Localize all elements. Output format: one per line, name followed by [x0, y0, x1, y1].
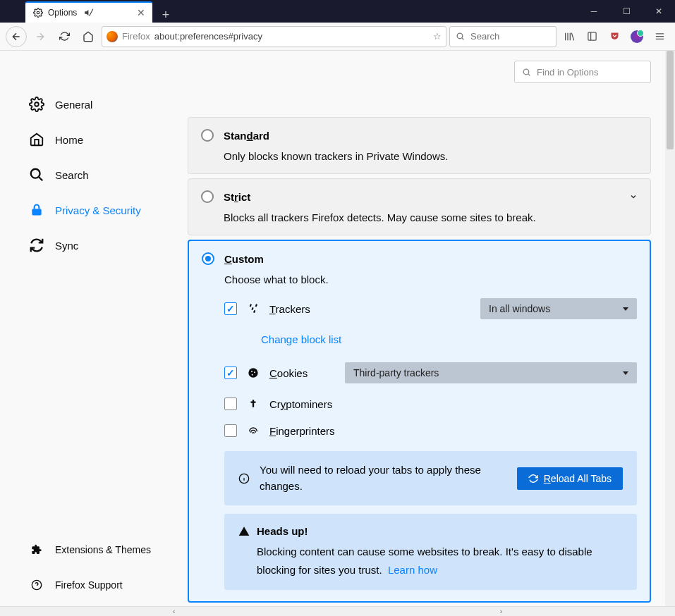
scrollbar-thumb[interactable] [667, 51, 674, 149]
mute-icon[interactable] [84, 8, 94, 18]
cookies-label: Cookies [269, 367, 308, 379]
panel-title: Standard [224, 130, 269, 142]
tracking-panel-custom: Custom Choose what to block. Trackers In… [188, 240, 651, 603]
back-button[interactable] [6, 26, 27, 47]
sidebar-item-privacy[interactable]: Privacy & Security [28, 197, 181, 223]
svg-point-9 [248, 368, 257, 377]
svg-point-0 [37, 11, 39, 14]
checkbox-trackers[interactable] [224, 302, 237, 315]
fingerprinters-icon [247, 425, 260, 436]
svg-rect-6 [32, 209, 41, 215]
url-text: about:preferences#privacy [154, 31, 429, 42]
firefox-logo-icon [107, 31, 118, 42]
puzzle-icon [28, 541, 45, 558]
sync-icon [28, 237, 45, 254]
warning-icon [238, 526, 250, 537]
profile-icon[interactable] [627, 26, 647, 47]
trackers-label: Trackers [269, 303, 310, 315]
checkbox-cookies[interactable] [224, 366, 237, 379]
sidebar-item-sync[interactable]: Sync [28, 233, 181, 258]
tab-options[interactable]: Options ✕ [25, 1, 152, 23]
sidebar-item-support[interactable]: Firefox Support [28, 572, 181, 598]
svg-line-1 [90, 9, 93, 16]
tracking-panel-strict[interactable]: Strict Blocks all trackers Firefox detec… [188, 178, 651, 235]
radio-custom[interactable] [202, 252, 214, 265]
url-bar[interactable]: Firefox about:preferences#privacy ☆ [102, 26, 446, 47]
svg-rect-3 [588, 32, 595, 40]
new-tab-button[interactable]: + [155, 8, 176, 23]
sidebar-label: Privacy & Security [55, 204, 141, 216]
search-bar[interactable]: Search [449, 26, 557, 47]
sidebar-item-home[interactable]: Home [28, 127, 181, 152]
nav-toolbar: Firefox about:preferences#privacy ☆ Sear… [0, 23, 675, 51]
bookmark-star-icon[interactable]: ☆ [433, 31, 442, 42]
fingerprinters-label: Fingerprinters [269, 425, 335, 437]
reload-message: You will need to reload your tabs to app… [260, 462, 507, 494]
close-tab-icon[interactable]: ✕ [137, 7, 145, 18]
tab-title: Options [48, 8, 77, 18]
sidebar-icon[interactable] [582, 26, 602, 47]
headsup-banner: Heads up! Blocking content can cause som… [224, 514, 637, 590]
pocket-icon[interactable] [604, 26, 624, 47]
sidebar-label: Firefox Support [55, 579, 123, 591]
lock-icon [28, 202, 45, 218]
sidebar-label: Sync [55, 240, 78, 252]
sidebar-label: Search [55, 169, 89, 181]
svg-point-11 [254, 371, 255, 373]
reload-button[interactable] [54, 26, 75, 47]
radio-standard[interactable] [201, 129, 214, 142]
sidebar-item-search[interactable]: Search [28, 162, 181, 187]
svg-point-4 [35, 102, 39, 106]
gear-icon [28, 96, 45, 113]
panel-title: Custom [224, 253, 264, 265]
sidebar-item-general[interactable]: General [28, 92, 181, 117]
cookies-icon [247, 367, 260, 378]
tab-strip: Options ✕ + [0, 0, 176, 23]
library-icon[interactable] [559, 26, 579, 47]
window-controls: ─ ☐ ✕ [578, 0, 675, 23]
tracking-panel-standard[interactable]: Standard Only blocks known trackers in P… [188, 117, 651, 174]
home-icon [28, 131, 45, 148]
home-button[interactable] [78, 26, 99, 47]
sidebar-label: General [55, 99, 92, 111]
preferences-content: General Home Search Privacy & Security S… [0, 51, 675, 606]
panel-desc: Choose what to block. [224, 273, 637, 285]
info-icon [238, 473, 250, 484]
reload-all-tabs-button[interactable]: Reload All Tabs [517, 467, 623, 490]
panel-desc: Only blocks known trackers in Private Wi… [224, 150, 638, 162]
cryptominers-label: Cryptominers [269, 398, 332, 410]
svg-point-8 [523, 69, 529, 75]
change-blocklist-link[interactable]: Change block list [261, 333, 341, 345]
reload-info-banner: You will need to reload your tabs to app… [224, 451, 637, 505]
svg-point-2 [457, 33, 463, 39]
svg-point-12 [252, 374, 253, 376]
sidebar-item-extensions[interactable]: Extensions & Themes [28, 537, 181, 562]
svg-point-5 [31, 169, 40, 178]
cookies-dropdown[interactable]: Third-party trackers [345, 362, 637, 383]
vertical-scrollbar[interactable] [665, 51, 675, 606]
url-product: Firefox [122, 31, 150, 42]
find-placeholder: Find in Options [537, 67, 598, 78]
cryptominers-icon [247, 398, 260, 409]
radio-strict[interactable] [201, 190, 214, 203]
svg-point-10 [251, 371, 253, 372]
checkbox-cryptominers[interactable] [224, 398, 237, 410]
learn-how-link[interactable]: Learn how [388, 564, 437, 576]
forward-button[interactable] [30, 26, 51, 47]
maximize-button[interactable]: ☐ [610, 0, 643, 23]
minimize-button[interactable]: ─ [578, 0, 610, 23]
checkbox-fingerprinters[interactable] [224, 424, 237, 437]
sidebar-label: Extensions & Themes [55, 544, 151, 555]
panel-title: Strict [224, 191, 250, 203]
close-window-button[interactable]: ✕ [643, 0, 675, 23]
menu-icon[interactable] [650, 26, 669, 47]
find-in-options-input[interactable]: Find in Options [514, 61, 651, 83]
preferences-sidebar: General Home Search Privacy & Security S… [0, 51, 181, 606]
trackers-dropdown[interactable]: In all windows [480, 298, 637, 319]
headsup-title: Heads up! [257, 525, 308, 537]
headsup-body: Blocking content can cause some websites… [257, 543, 623, 579]
chevron-down-icon[interactable] [629, 192, 638, 201]
horizontal-scrollbar[interactable]: ‹› [0, 606, 675, 616]
sidebar-label: Home [55, 134, 83, 146]
search-placeholder: Search [470, 31, 499, 42]
